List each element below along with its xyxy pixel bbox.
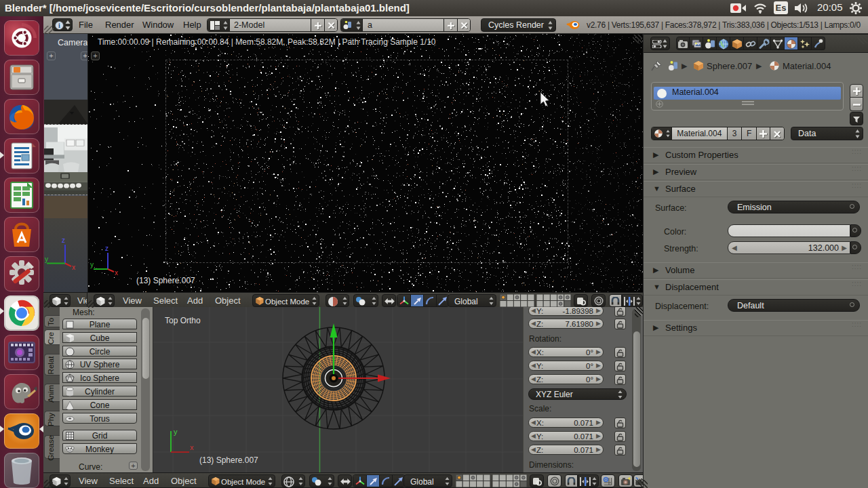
svg-text:z: z (105, 245, 108, 252)
svg-text:y: y (90, 261, 94, 268)
svg-text:z: z (62, 237, 65, 244)
svg-text:x: x (72, 264, 75, 271)
svg-text:i: i (58, 22, 60, 29)
svg-text:y: y (45, 256, 48, 263)
svg-text:x: x (115, 269, 118, 277)
